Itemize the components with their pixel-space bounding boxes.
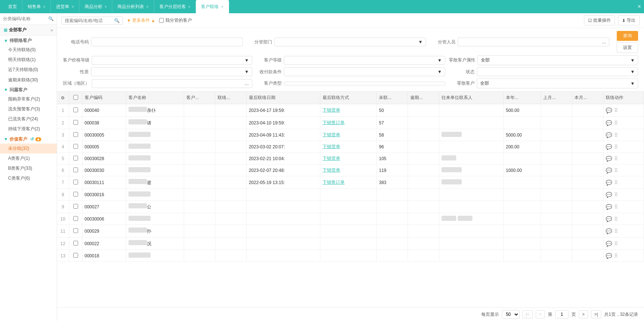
tab-purchase[interactable]: 进货单 × [51, 0, 79, 13]
row-checkbox[interactable] [69, 250, 82, 262]
sidebar-item-a-class[interactable]: A类客户(1) [0, 154, 57, 163]
sidebar-item-ungroup[interactable]: 未分组(32) [0, 144, 57, 154]
sidebar-item-b-class[interactable]: B类客户(33) [0, 163, 57, 173]
more-icon[interactable]: ⠿ [614, 216, 618, 222]
contact-method-link[interactable]: 下销货单 [323, 167, 340, 173]
contact-icon[interactable]: 💬 [606, 107, 612, 113]
contact-method-link[interactable]: 下销售订单 [323, 120, 345, 125]
row-select-checkbox[interactable] [73, 132, 78, 137]
dept-select[interactable]: ▼ [274, 38, 426, 46]
payment-select[interactable]: ▼ [284, 67, 445, 76]
contact-icon[interactable]: 💬 [606, 228, 612, 234]
manager-select[interactable]: … [458, 38, 609, 46]
tab-product-analysis-close[interactable]: × [105, 4, 107, 9]
sidebar-item-today-pending[interactable]: 今天待联络(0) [0, 45, 57, 55]
close-all-tabs[interactable]: × [638, 3, 641, 10]
row-select-checkbox[interactable] [73, 228, 78, 233]
sidebar-item-tomorrow-pending[interactable]: 明天待联络(1) [0, 55, 57, 65]
row-select-checkbox[interactable] [73, 192, 78, 197]
last-page-btn[interactable]: >| [591, 310, 601, 318]
row-select-checkbox[interactable] [73, 107, 78, 112]
row-select-checkbox[interactable] [73, 167, 78, 172]
contact-icon[interactable]: 💬 [606, 204, 612, 210]
tab-product-analysis[interactable]: 商品分析 × [80, 0, 112, 13]
more-icon[interactable]: ⠿ [614, 204, 618, 210]
contact-method-link[interactable]: 下销货单 [323, 144, 340, 149]
row-checkbox[interactable] [69, 153, 82, 165]
more-icon[interactable]: ⠿ [614, 156, 618, 162]
row-checkbox[interactable] [69, 176, 82, 189]
per-page-select[interactable]: 50 [502, 310, 520, 319]
select-all-checkbox[interactable] [73, 95, 78, 100]
page-input[interactable] [555, 310, 569, 318]
more-icon[interactable]: ⠿ [614, 167, 618, 173]
row-select-checkbox[interactable] [73, 156, 78, 160]
contact-icon[interactable]: 💬 [606, 132, 612, 138]
customer-type-select[interactable] [284, 82, 445, 85]
row-select-checkbox[interactable] [73, 253, 78, 258]
row-select-checkbox[interactable] [73, 144, 78, 149]
contact-icon[interactable]: 💬 [606, 167, 612, 173]
status-select[interactable]: ▼ [477, 67, 638, 76]
phone-input[interactable] [91, 38, 243, 46]
more-icon[interactable]: ⠿ [614, 192, 618, 198]
prev-page-btn[interactable]: < [536, 310, 545, 318]
contact-method-link[interactable]: 下销售订单 [323, 180, 345, 185]
sidebar-item-churn-warning[interactable]: 流失预警客户(3) [0, 104, 57, 114]
row-checkbox[interactable] [69, 129, 82, 141]
sidebar-item-week-pending[interactable]: 近7天待联络(0) [0, 65, 57, 75]
price-level-select[interactable]: ▼ [92, 56, 252, 65]
more-conditions-btn[interactable]: ▼ 更多条件 ▲ [127, 17, 155, 24]
sidebar-search-icon[interactable]: 🔍 [48, 16, 54, 21]
all-customers-header[interactable]: ⊞ 全部客户 « [0, 25, 57, 36]
row-checkbox[interactable] [69, 104, 82, 117]
row-checkbox[interactable] [69, 141, 82, 153]
contact-icon[interactable]: 💬 [606, 144, 612, 150]
sidebar-item-overdue-pending[interactable]: 逾期未联络(30) [0, 75, 57, 85]
row-select-checkbox[interactable] [73, 120, 78, 125]
contact-icon[interactable]: 💬 [606, 156, 612, 162]
tab-customer-segment[interactable]: 客户分层经客 × [154, 0, 196, 13]
row-select-checkbox[interactable] [73, 216, 78, 221]
retail-attr-select[interactable]: 全部▼ [478, 55, 638, 65]
my-customers-checkbox[interactable] [159, 18, 164, 23]
gender-select[interactable]: ▼ [91, 67, 252, 76]
tab-customer-contact-close[interactable]: × [221, 4, 223, 9]
region-select[interactable]: … [92, 79, 252, 88]
row-checkbox[interactable] [69, 237, 82, 250]
export-btn[interactable]: ⬇ 导出 [618, 15, 640, 25]
contact-icon[interactable]: 💬 [606, 180, 612, 186]
my-customers-filter[interactable]: 我分管的客户 [159, 17, 192, 24]
first-page-btn[interactable]: |< [522, 310, 533, 318]
row-checkbox[interactable] [69, 117, 82, 129]
row-checkbox[interactable] [69, 165, 82, 176]
more-icon[interactable]: ⠿ [614, 144, 618, 150]
tab-sales[interactable]: 销售单 × [22, 0, 51, 13]
contact-method-link[interactable]: 下销货单 [323, 132, 340, 137]
main-search-icon[interactable]: 🔍 [114, 18, 120, 23]
more-icon[interactable]: ⠿ [614, 253, 618, 259]
more-icon[interactable]: ⠿ [614, 107, 618, 113]
col-checkbox[interactable] [69, 92, 82, 104]
more-icon[interactable]: ⠿ [614, 180, 618, 186]
refresh-icon[interactable]: ↺ [30, 137, 34, 142]
tab-home[interactable]: 首页 [3, 0, 22, 13]
customer-level-select[interactable]: ▼ [284, 56, 445, 65]
contact-method-link[interactable]: 下销货单 [323, 107, 340, 113]
contact-method-link[interactable]: 下销货单 [323, 156, 340, 161]
more-icon[interactable]: ⠿ [614, 132, 618, 138]
batch-operate-btn[interactable]: ☑ 批量操作 [584, 15, 615, 25]
contact-icon[interactable]: 💬 [606, 192, 612, 198]
tab-product-analysis-list[interactable]: 商品分析列表 × [112, 0, 154, 13]
tab-product-analysis-list-close[interactable]: × [146, 4, 148, 9]
row-checkbox[interactable] [69, 225, 82, 237]
tab-customer-segment-close[interactable]: × [188, 4, 190, 9]
sidebar-search-input[interactable] [3, 16, 47, 21]
more-icon[interactable]: ⠿ [614, 241, 618, 247]
query-btn[interactable]: 查询 [617, 31, 638, 41]
contact-icon[interactable]: 💬 [606, 120, 612, 126]
row-select-checkbox[interactable] [73, 241, 78, 246]
contact-icon[interactable]: 💬 [606, 253, 612, 259]
tab-sales-close[interactable]: × [43, 4, 45, 9]
collapse-icon[interactable]: « [50, 28, 53, 33]
